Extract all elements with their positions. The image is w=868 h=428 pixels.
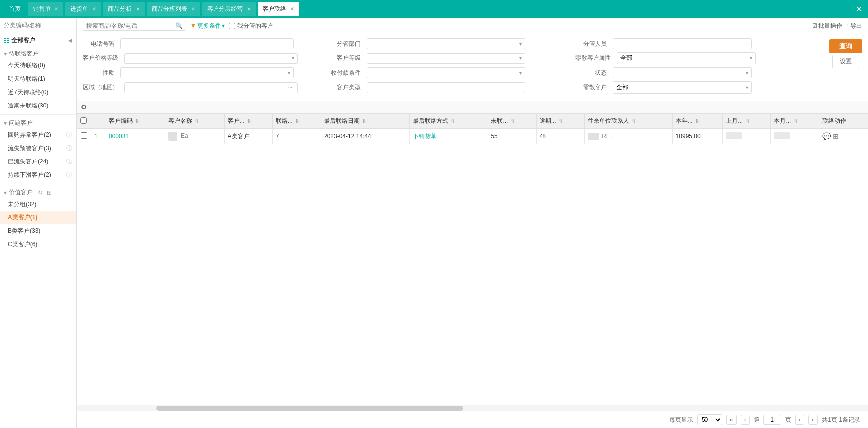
sort-contact-icon[interactable]: ⇅ (295, 119, 299, 124)
page-number-input[interactable] (763, 415, 781, 425)
filter-search-input[interactable] (86, 22, 175, 29)
filter-more-btn[interactable]: ▼ 更多条件 ▾ (190, 22, 225, 30)
sidebar-item-overdue[interactable]: 逾期未联络(30) (0, 99, 76, 112)
close-tab-analysis-list[interactable]: ✕ (191, 6, 195, 12)
nav-tab-customer-tier[interactable]: 客户分层经营 ✕ (202, 2, 256, 16)
row-last-method[interactable]: 下销货单 (409, 129, 488, 144)
filter-cell-dept: 分管部门 ▾ (329, 38, 575, 49)
status-select[interactable]: ▾ (613, 67, 752, 78)
nav-home[interactable]: 首页 (4, 2, 26, 16)
sidebar-item-7days[interactable]: 近7天待联络(0) (0, 86, 76, 99)
col-last-date[interactable]: 最后联络日期 ⇅ (321, 114, 410, 129)
table-scroll[interactable]: 客户编码 ⇅ 客户名称 ⇅ 客户... ⇅ (77, 113, 868, 405)
sort-liaison-icon[interactable]: ⇅ (632, 119, 636, 124)
dept-select[interactable]: ▾ (367, 38, 525, 49)
sort-name-icon[interactable]: ⇅ (195, 119, 199, 124)
col-contact[interactable]: 联络... ⇅ (272, 114, 321, 129)
export-btn[interactable]: ↑ 导出 (846, 22, 862, 30)
col-select-all[interactable] (77, 114, 91, 129)
settings-button[interactable]: 设置 (832, 55, 859, 68)
nav-tab-analysis-list[interactable]: 商品分析列表 ✕ (147, 2, 200, 16)
retail-customer-value: 全部 (616, 83, 628, 92)
close-tab-customer-tier[interactable]: ✕ (247, 6, 251, 12)
filter-row-3: 性质 ▾ 收付款条件 ▾ 状态 (83, 67, 821, 78)
sidebar-item-churn-warning[interactable]: 流失预警客户(3) ⓘ (0, 142, 76, 155)
nav-tab-analysis[interactable]: 商品分析 ✕ (103, 2, 145, 16)
customer-grade-select[interactable]: ▾ (367, 53, 525, 64)
sidebar-item-tomorrow[interactable]: 明天待联络(1) (0, 72, 76, 86)
gear-icon[interactable]: ⚙ (81, 103, 87, 111)
prev-page-btn[interactable]: ‹ (741, 415, 750, 425)
sort-grade-icon[interactable]: ⇅ (247, 119, 251, 124)
select-all-checkbox[interactable] (80, 117, 87, 124)
row-code[interactable]: 000031 (106, 129, 165, 144)
area-select[interactable]: ··· (124, 82, 298, 93)
filter-search-icon[interactable]: 🔍 (175, 22, 183, 29)
sort-last-method-icon[interactable]: ⇅ (451, 119, 455, 124)
nature-select[interactable]: ▾ (120, 67, 294, 78)
col-year-amount[interactable]: 本年... ⇅ (672, 114, 723, 129)
sort-last-date-icon[interactable]: ⇅ (362, 119, 366, 124)
next-page-btn[interactable]: › (795, 415, 804, 425)
close-tab-analysis[interactable]: ✕ (136, 6, 140, 12)
sort-overdue-icon[interactable]: ⇅ (559, 119, 563, 124)
sidebar-item-declining[interactable]: 持续下滑客户(2) ⓘ (0, 168, 76, 182)
sort-year-icon[interactable]: ⇅ (695, 119, 699, 124)
sort-thismonth-icon[interactable]: ⇅ (794, 119, 798, 124)
retail-attr-select[interactable]: 全部▾ (617, 52, 756, 64)
horizontal-scrollbar[interactable] (77, 405, 868, 411)
close-tab-customer-contact[interactable]: ✕ (290, 6, 294, 12)
sidebar-item-class-a[interactable]: A类客户(1) (0, 211, 76, 224)
last-page-btn[interactable]: » (808, 415, 818, 425)
sidebar-search-input[interactable] (4, 22, 77, 29)
filter-row-4: 区域（地区） ··· 客户类型 零散客户 (83, 81, 821, 94)
sort-uncontacted-icon[interactable]: ⇅ (511, 119, 515, 124)
note-action-icon[interactable]: 💬 (822, 132, 831, 140)
nav-tab-purchase[interactable]: 进货单 ✕ (65, 2, 101, 16)
retail-customer-select[interactable]: 全部▾ (613, 81, 752, 94)
payment-select[interactable]: ▾ (367, 67, 525, 78)
col-overdue[interactable]: 逾期... ⇅ (536, 114, 584, 129)
sidebar-item-today[interactable]: 今天待联络(0) (0, 59, 76, 72)
sidebar-item-class-b[interactable]: B类客户(33) (0, 224, 76, 238)
all-customers-section[interactable]: ☷ 全部客户 ◀ (0, 33, 76, 48)
sidebar-item-class-c[interactable]: C类客户(6) (0, 238, 76, 251)
nav-tab-customer-contact[interactable]: 客户联络 ✕ (258, 2, 299, 16)
sort-code-icon[interactable]: ⇅ (135, 119, 139, 124)
price-grade-select[interactable]: ▾ (124, 53, 298, 64)
sidebar-item-repurchase-abnormal[interactable]: 回购异常客户(2) ⓘ (0, 128, 76, 142)
col-this-month[interactable]: 本月... ⇅ (771, 114, 819, 129)
info-icon-4: ⓘ (66, 171, 72, 179)
col-last-month[interactable]: 上月... ⇅ (723, 114, 771, 129)
row-checkbox-cell[interactable] (77, 129, 91, 144)
col-last-method[interactable]: 最后联络方式 ⇅ (409, 114, 488, 129)
my-customers-checkbox[interactable] (229, 23, 235, 29)
settings-icon[interactable]: ⊞ (47, 189, 52, 196)
row-checkbox[interactable] (81, 132, 87, 139)
collapse-icon[interactable]: ◀ (68, 38, 72, 43)
close-all-tabs[interactable]: ✕ (856, 4, 862, 14)
first-page-btn[interactable]: « (726, 415, 737, 425)
sidebar-item-unclassified[interactable]: 未分组(32) (0, 198, 76, 211)
close-tab-purchase[interactable]: ✕ (92, 6, 96, 12)
batch-op-btn[interactable]: ☑ 批量操作 (812, 22, 842, 30)
col-name[interactable]: 客户名称 ⇅ (165, 114, 224, 129)
refresh-icon[interactable]: ↻ (38, 189, 43, 196)
staff-select[interactable]: ··· (613, 38, 752, 49)
nav-tab-sales[interactable]: 销售单 ✕ (28, 2, 63, 16)
col-grade[interactable]: 客户... ⇅ (224, 114, 272, 129)
close-tab-sales[interactable]: ✕ (54, 6, 58, 12)
query-button[interactable]: 查询 (829, 39, 862, 53)
sidebar-item-churned[interactable]: 已流失客户(24) ⓘ (0, 155, 76, 168)
filter-my-customers[interactable]: 我分管的客户 (229, 22, 273, 30)
customer-type-select[interactable] (367, 82, 525, 93)
phone-input[interactable] (120, 38, 294, 49)
col-code[interactable]: 客户编码 ⇅ (106, 114, 165, 129)
arrow-down-icon-2: ▾ (4, 120, 7, 127)
scrollbar-thumb[interactable] (156, 406, 463, 411)
col-uncontacted[interactable]: 未联... ⇅ (488, 114, 536, 129)
sort-lastmonth-icon[interactable]: ⇅ (746, 119, 750, 124)
col-liaison[interactable]: 往来单位联系人 ⇅ (584, 114, 672, 129)
link-action-icon[interactable]: ⊞ (833, 132, 839, 140)
page-size-select[interactable]: 50 10 20 100 (697, 414, 722, 425)
